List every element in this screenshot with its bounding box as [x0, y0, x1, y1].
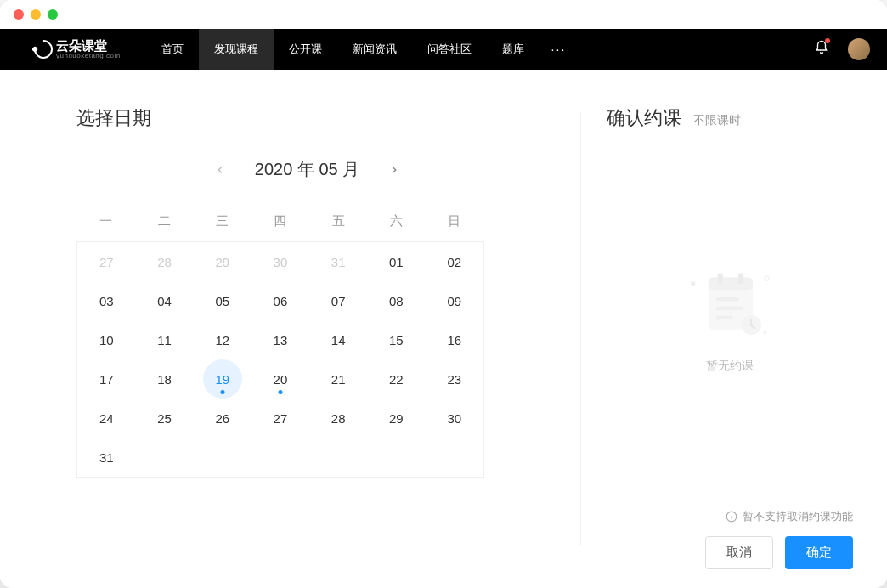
calendar-day[interactable]: 03: [87, 281, 126, 320]
window-minimize-button[interactable]: [31, 9, 41, 20]
calendar-day[interactable]: 02: [435, 242, 474, 281]
calendar-day[interactable]: 28: [319, 399, 358, 438]
nav-item[interactable]: 题库: [487, 29, 540, 70]
calendar-day[interactable]: 26: [203, 399, 242, 438]
nav-item[interactable]: 问答社区: [412, 29, 487, 70]
cancel-button[interactable]: 取消: [705, 536, 773, 569]
logo[interactable]: 云朵课堂 yunduoketang.com: [34, 39, 121, 59]
calendar-day[interactable]: 21: [319, 359, 358, 399]
confirm-button[interactable]: 确定: [785, 536, 853, 569]
calendar-day[interactable]: 05: [203, 281, 242, 320]
next-month-button[interactable]: [388, 164, 400, 176]
calendar-day[interactable]: 31: [87, 438, 126, 477]
top-nav: 云朵课堂 yunduoketang.com 首页发现课程公开课新闻资讯问答社区题…: [0, 29, 887, 70]
notice: 暂不支持取消约课功能: [607, 509, 853, 524]
calendar-day[interactable]: 20: [261, 359, 300, 399]
action-buttons: 取消 确定: [607, 536, 853, 569]
calendar-day[interactable]: 30: [435, 399, 474, 438]
calendar-day[interactable]: 22: [376, 359, 415, 399]
calendar-day[interactable]: 13: [261, 320, 300, 359]
confirm-title: 确认约课: [607, 105, 681, 131]
chevron-right-icon: [388, 164, 400, 176]
calendar-day[interactable]: 29: [376, 399, 415, 438]
confirm-subtitle: 不限课时: [693, 113, 741, 128]
calendar-day[interactable]: 09: [435, 281, 474, 320]
calendar-day[interactable]: 15: [376, 320, 415, 359]
calendar-day[interactable]: 27: [261, 399, 300, 438]
empty-state: 暂无约课: [607, 131, 853, 509]
calendar-day[interactable]: 06: [261, 281, 300, 320]
window-close-button[interactable]: [14, 9, 24, 20]
svg-rect-8: [716, 306, 743, 310]
date-picker-title: 选择日期: [76, 105, 538, 131]
calendar-day[interactable]: 16: [435, 320, 474, 359]
calendar-day: 30: [261, 242, 300, 281]
calendar-day[interactable]: 01: [376, 242, 415, 281]
weekday-header: 三: [194, 201, 251, 242]
calendar-day: 29: [203, 242, 242, 281]
weekday-header: 六: [367, 201, 425, 242]
nav-item[interactable]: 发现课程: [199, 29, 274, 70]
notice-text: 暂不支持取消约课功能: [743, 509, 853, 524]
empty-text: 暂无约课: [706, 359, 754, 374]
calendar-day[interactable]: 12: [203, 320, 242, 359]
calendar-day[interactable]: 07: [319, 281, 358, 320]
calendar-day[interactable]: 10: [87, 320, 126, 359]
calendar-day[interactable]: 25: [145, 399, 184, 438]
calendar: 一二三四五六日 27282930310102030405060708091011…: [76, 201, 484, 478]
nav-item[interactable]: 首页: [146, 29, 199, 70]
svg-rect-5: [718, 273, 723, 284]
nav-item[interactable]: 新闻资讯: [337, 29, 412, 70]
nav-item[interactable]: 公开课: [274, 29, 337, 70]
window-titlebar: [0, 0, 887, 29]
calendar-day: 28: [145, 242, 184, 281]
svg-point-1: [765, 275, 769, 280]
svg-rect-9: [716, 315, 733, 319]
nav-items: 首页发现课程公开课新闻资讯问答社区题库: [146, 29, 540, 70]
weekday-header: 二: [135, 201, 193, 242]
calendar-day[interactable]: 17: [87, 359, 126, 399]
chevron-left-icon: [214, 164, 226, 176]
weekday-header: 日: [425, 201, 483, 242]
info-icon: [726, 511, 737, 523]
notification-dot: [825, 38, 830, 43]
calendar-day: 31: [319, 242, 358, 281]
calendar-day[interactable]: 19: [203, 359, 242, 399]
calendar-day[interactable]: 23: [435, 359, 474, 399]
calendar-day[interactable]: 04: [145, 281, 184, 320]
calendar-day[interactable]: 18: [145, 359, 184, 399]
svg-rect-4: [709, 277, 753, 289]
weekday-header: 四: [251, 201, 309, 242]
month-label: 2020 年 05 月: [255, 158, 359, 181]
app-window: 云朵课堂 yunduoketang.com 首页发现课程公开课新闻资讯问答社区题…: [0, 0, 887, 588]
svg-rect-6: [738, 273, 743, 284]
month-nav: 2020 年 05 月: [76, 158, 538, 181]
weekday-header: 五: [309, 201, 367, 242]
confirm-header: 确认约课 不限课时: [607, 105, 853, 131]
svg-rect-7: [716, 297, 739, 302]
date-picker-pane: 选择日期 2020 年 05 月 一二三四五六日 272829303101020…: [0, 70, 580, 588]
logo-icon: [30, 36, 56, 62]
calendar-day[interactable]: 11: [145, 320, 184, 359]
logo-subtext: yunduoketang.com: [56, 52, 121, 59]
empty-calendar-icon: [683, 267, 777, 343]
logo-text: 云朵课堂: [56, 39, 121, 52]
calendar-day: 27: [87, 242, 126, 281]
nav-right: [814, 38, 870, 60]
user-avatar[interactable]: [848, 38, 870, 60]
nav-more-button[interactable]: ···: [540, 42, 579, 56]
svg-point-2: [764, 331, 767, 334]
notifications-button[interactable]: [814, 40, 829, 59]
calendar-day[interactable]: 24: [87, 399, 126, 438]
weekday-header: 一: [77, 201, 136, 242]
window-maximize-button[interactable]: [48, 9, 58, 20]
confirm-pane: 确认约课 不限课时: [581, 70, 887, 588]
prev-month-button[interactable]: [214, 164, 226, 176]
content: 选择日期 2020 年 05 月 一二三四五六日 272829303101020…: [0, 70, 887, 588]
calendar-day[interactable]: 14: [319, 320, 358, 359]
calendar-day[interactable]: 08: [376, 281, 415, 320]
